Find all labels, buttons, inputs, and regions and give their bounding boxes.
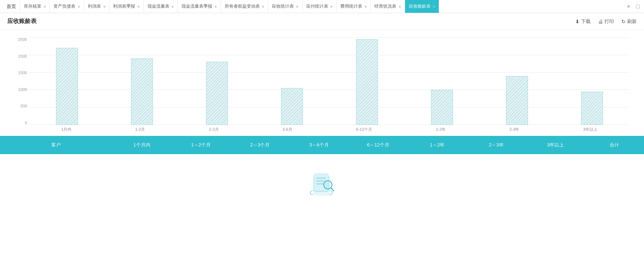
y-label: 500 <box>15 104 27 108</box>
y-label: 1000 <box>15 87 27 92</box>
tab-expense-stat[interactable]: 费用统计表× <box>337 0 371 13</box>
x-label: 1月内 <box>61 127 71 132</box>
tab-cash-flow-quarterly[interactable]: 现金流量表季报× <box>178 0 221 13</box>
tab-close-payable-stat[interactable]: × <box>330 4 333 9</box>
tab-close-cash-flow[interactable]: × <box>172 4 174 9</box>
refresh-button[interactable]: ↻ 刷新 <box>621 18 637 25</box>
tab-bar: 首页库存核算×资产负债表×利润表×利润表季报×现金流量表×现金流量表季报×所有者… <box>0 0 644 13</box>
svg-line-8 <box>331 188 334 191</box>
bar-group <box>131 58 153 125</box>
print-button[interactable]: 🖨 打印 <box>598 18 614 25</box>
tab-receivable-aging[interactable]: 应收账龄表× <box>405 0 439 13</box>
y-label: 1500 <box>15 70 27 75</box>
bar-group <box>581 92 603 125</box>
chart-area: 05001000150020002500 1月内1-2月2-3月3-6月6-12… <box>0 30 644 136</box>
tab-bar-actions: × □ <box>625 2 641 11</box>
th-over-3y: 3年以上 <box>526 142 585 148</box>
svg-point-7 <box>325 182 330 187</box>
x-label: 6-12个月 <box>356 127 372 132</box>
th-6-12m: 6～12个月 <box>349 142 408 148</box>
chart-body: 1月内1-2月2-3月3-6月6-12个月1-2年2-3年3年以上 <box>29 37 629 132</box>
print-icon: 🖨 <box>598 19 603 24</box>
x-axis: 1月内1-2月2-3月3-6月6-12个月1-2年2-3年3年以上 <box>29 127 629 132</box>
th-3-6m: 3～6个月 <box>289 142 348 148</box>
page-content: 应收账龄表 ⬇ 下载 🖨 打印 ↻ 刷新 0 <box>0 13 644 263</box>
tab-close-receivable-stat[interactable]: × <box>296 4 298 9</box>
y-label: 2000 <box>15 54 27 58</box>
bar-group <box>206 62 228 125</box>
bar-group <box>506 76 528 125</box>
tab-profit-quarterly[interactable]: 利润表季报× <box>109 0 143 13</box>
bar-2-3年 <box>506 76 528 125</box>
bar-3年以上 <box>581 92 603 125</box>
th-within-1m: 1个月内 <box>112 142 171 148</box>
tab-close-expense-stat[interactable]: × <box>364 4 367 9</box>
bar-group <box>431 90 453 125</box>
tab-profit-loss[interactable]: 利润表× <box>84 0 109 13</box>
download-button[interactable]: ⬇ 下载 <box>575 18 591 25</box>
th-2-3m: 2～3个月 <box>231 142 289 148</box>
tab-close-profit-quarterly[interactable]: × <box>137 4 139 9</box>
tab-inventory[interactable]: 库存核算× <box>20 0 50 13</box>
bar-group <box>281 88 303 125</box>
tab-close-cash-flow-quarterly[interactable]: × <box>214 4 217 9</box>
bar-6-12个月 <box>356 39 378 125</box>
tab-close-equity-change[interactable]: × <box>262 4 264 9</box>
bar-group <box>56 48 78 125</box>
x-label: 1-2月 <box>135 127 145 132</box>
header-actions: ⬇ 下载 🖨 打印 ↻ 刷新 <box>575 18 637 25</box>
th-total: 合计 <box>585 142 644 148</box>
y-axis: 05001000150020002500 <box>15 37 29 125</box>
tab-close-operation-status[interactable]: × <box>398 4 401 9</box>
page-header: 应收账龄表 ⬇ 下载 🖨 打印 ↻ 刷新 <box>0 13 644 30</box>
bar-1-2月 <box>131 58 153 125</box>
th-customer: 客户 <box>0 142 112 148</box>
tab-close-profit-loss[interactable]: × <box>103 4 105 9</box>
x-label: 2-3年 <box>510 127 520 132</box>
table-header: 客户1个月内1～2个月2～3个月3～6个月6～12个月1～2年2～3年3年以上合… <box>0 136 644 154</box>
tab-close-balance-sheet[interactable]: × <box>78 4 80 9</box>
tab-receivable-stat[interactable]: 应收统计表× <box>268 0 302 13</box>
refresh-icon: ↻ <box>621 19 626 24</box>
tab-close-inventory[interactable]: × <box>44 4 46 9</box>
tab-home[interactable]: 首页 <box>3 0 20 13</box>
bars-container <box>29 37 629 125</box>
th-2-3y: 2～3年 <box>467 142 526 148</box>
x-label: 3-6月 <box>282 127 292 132</box>
bar-3-6月 <box>281 88 303 125</box>
bar-1-2年 <box>431 90 453 125</box>
download-icon: ⬇ <box>575 19 580 24</box>
svg-rect-2 <box>314 173 328 191</box>
empty-state-icon <box>304 169 340 198</box>
x-label: 2-3月 <box>209 127 219 132</box>
x-label: 1-2年 <box>436 127 446 132</box>
window-maximize-button[interactable]: □ <box>634 2 641 11</box>
page-title: 应收账龄表 <box>7 18 37 25</box>
bar-2-3月 <box>206 62 228 125</box>
tab-equity-change[interactable]: 所有者权益变动表× <box>221 0 268 13</box>
tab-cash-flow[interactable]: 现金流量表× <box>144 0 178 13</box>
y-label: 0 <box>15 121 27 125</box>
x-label: 3年以上 <box>583 127 598 132</box>
bar-group <box>356 39 378 125</box>
tab-balance-sheet[interactable]: 资产负债表× <box>50 0 84 13</box>
window-close-button[interactable]: × <box>625 2 632 11</box>
th-1-2m: 1～2个月 <box>171 142 230 148</box>
tab-operation-status[interactable]: 经营状况表× <box>371 0 405 13</box>
th-1-2y: 1～2年 <box>408 142 467 148</box>
empty-state <box>0 154 644 213</box>
y-label: 2500 <box>15 37 27 42</box>
tab-close-receivable-aging[interactable]: × <box>433 4 435 9</box>
bar-1月内 <box>56 48 78 125</box>
tab-payable-stat[interactable]: 应付统计表× <box>303 0 337 13</box>
